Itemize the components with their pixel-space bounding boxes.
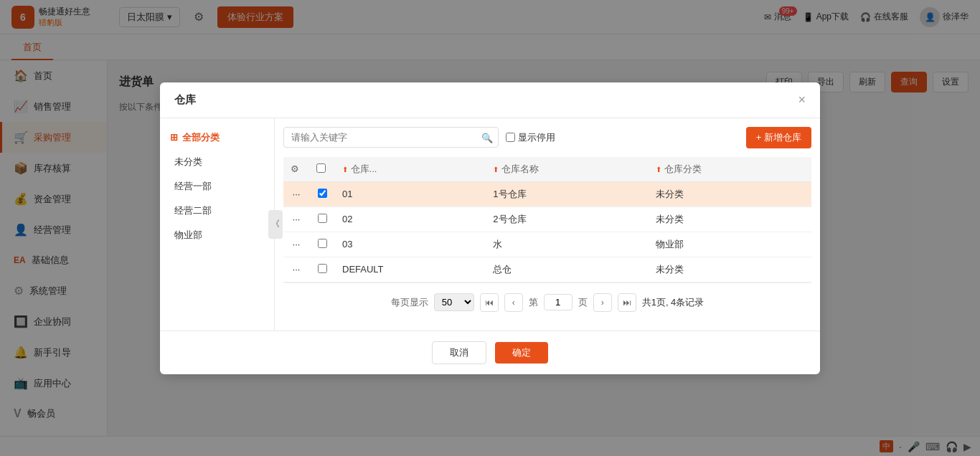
sort-icon-3: ⬆ (656, 166, 661, 174)
col-header-check (309, 157, 335, 182)
prev-page-button[interactable]: ‹ (504, 293, 523, 312)
table-row[interactable]: ··· 03 水 物业部 (283, 232, 811, 257)
row-actions[interactable]: ··· (283, 206, 309, 232)
cat-label-dept2: 经营二部 (174, 205, 212, 216)
page-input[interactable] (544, 294, 573, 310)
col-header-gear: ⚙ (283, 157, 309, 182)
col-header-code: ⬆ 仓库... (335, 157, 486, 182)
all-categories-button[interactable]: ⊞ 全部分类 (160, 125, 274, 150)
row-actions[interactable]: ··· (283, 181, 309, 206)
row-name: 水 (486, 232, 649, 257)
show-disabled-checkbox[interactable] (506, 133, 515, 142)
total-info: 共1页, 4条记录 (642, 296, 705, 309)
row-code: 01 (335, 181, 486, 206)
table-toolbar: 🔍 显示停用 + 新增仓库 (283, 127, 811, 148)
row-checkbox[interactable] (318, 189, 327, 198)
category-collapse-button[interactable]: 《 (268, 210, 283, 239)
modal-title: 仓库 (174, 93, 196, 107)
category-item-dept1[interactable]: 经营一部 (160, 174, 274, 199)
select-all-checkbox[interactable] (316, 163, 326, 173)
warehouse-table: ⚙ ⬆ 仓库... ⬆ (283, 157, 811, 282)
all-categories-label: 全部分类 (182, 131, 220, 144)
modal-body: ⊞ 全部分类 未分类 经营一部 经营二部 物业部 《 (160, 118, 820, 331)
row-checkbox-cell[interactable] (309, 181, 335, 206)
table-row[interactable]: ··· DEFAULT 总仓 未分类 (283, 257, 811, 282)
row-more-icon: ··· (293, 189, 301, 199)
cat-label-uncategorized: 未分类 (174, 156, 202, 167)
search-input[interactable] (283, 127, 499, 148)
category-sidebar: ⊞ 全部分类 未分类 经营一部 经营二部 物业部 《 (160, 118, 275, 331)
per-page-label: 每页显示 (391, 296, 428, 309)
first-page-button[interactable]: ⏮ (480, 293, 499, 312)
page-text-label: 第 (529, 296, 538, 309)
category-item-property[interactable]: 物业部 (160, 223, 274, 247)
search-icon[interactable]: 🔍 (481, 132, 493, 143)
gear-icon: ⚙ (291, 163, 299, 174)
last-page-button[interactable]: ⏭ (618, 293, 636, 312)
row-checkbox-cell[interactable] (309, 206, 335, 232)
modal-close-button[interactable]: × (798, 92, 806, 108)
row-more-icon: ··· (293, 264, 301, 275)
cat-label-dept1: 经营一部 (174, 181, 212, 191)
row-category: 未分类 (649, 206, 811, 232)
row-code: DEFAULT (335, 257, 486, 282)
row-category: 未分类 (649, 181, 811, 206)
sort-icon: ⬆ (342, 166, 348, 174)
warehouse-modal: 仓库 × ⊞ 全部分类 未分类 经营一部 经营二部 (160, 82, 820, 374)
row-actions[interactable]: ··· (283, 257, 309, 282)
row-actions[interactable]: ··· (283, 232, 309, 257)
row-checkbox[interactable] (318, 264, 327, 273)
row-more-icon: ··· (293, 214, 301, 224)
confirm-button[interactable]: 确定 (495, 342, 548, 364)
table-row[interactable]: ··· 02 2号仓库 未分类 (283, 206, 811, 232)
next-page-button[interactable]: › (593, 293, 612, 312)
row-category: 物业部 (649, 232, 811, 257)
table-row[interactable]: ··· 01 1号仓库 未分类 (283, 181, 811, 206)
add-warehouse-button[interactable]: + 新增仓库 (746, 127, 811, 148)
row-name: 2号仓库 (486, 206, 649, 232)
cancel-button[interactable]: 取消 (432, 341, 486, 364)
modal-overlay: 仓库 × ⊞ 全部分类 未分类 经营一部 经营二部 (0, 0, 980, 456)
modal-footer: 取消 确定 (160, 331, 820, 374)
sort-icon-2: ⬆ (493, 166, 499, 174)
modal-header: 仓库 × (160, 82, 820, 118)
show-disabled-label[interactable]: 显示停用 (506, 131, 555, 144)
search-input-wrap: 🔍 (283, 127, 499, 148)
collapse-icon: 《 (271, 218, 280, 230)
row-code: 03 (335, 232, 486, 257)
category-item-uncategorized[interactable]: 未分类 (160, 150, 274, 174)
row-checkbox-cell[interactable] (309, 257, 335, 282)
page-unit-label: 页 (578, 296, 588, 309)
row-checkbox-cell[interactable] (309, 232, 335, 257)
grid-icon: ⊞ (170, 132, 178, 143)
row-checkbox[interactable] (318, 239, 327, 248)
per-page-select[interactable]: 50 100 200 (434, 293, 474, 311)
row-code: 02 (335, 206, 486, 232)
row-more-icon: ··· (293, 239, 301, 250)
col-header-category: ⬆ 仓库分类 (649, 157, 811, 182)
row-checkbox[interactable] (318, 214, 327, 223)
col-header-name: ⬆ 仓库名称 (486, 157, 649, 182)
table-area: 🔍 显示停用 + 新增仓库 ⚙ (275, 118, 820, 331)
table-container: ⚙ ⬆ 仓库... ⬆ (283, 157, 811, 282)
row-category: 未分类 (649, 257, 811, 282)
row-name: 1号仓库 (486, 181, 649, 206)
row-name: 总仓 (486, 257, 649, 282)
pagination: 每页显示 50 100 200 ⏮ ‹ 第 页 › ⏭ 共1页, 4条记录 (283, 282, 811, 322)
category-item-dept2[interactable]: 经营二部 (160, 199, 274, 223)
cat-label-property: 物业部 (174, 229, 202, 240)
